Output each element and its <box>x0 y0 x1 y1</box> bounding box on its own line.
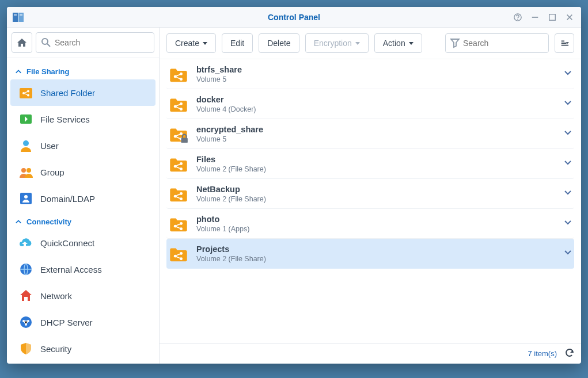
sidebar-search-input[interactable] <box>36 32 154 53</box>
shared-folder-icon <box>169 66 188 82</box>
sidebar-item-label: File Services <box>40 114 90 124</box>
sidebar-section-header[interactable]: Connectivity <box>7 212 159 230</box>
maximize-icon[interactable] <box>544 10 560 24</box>
domain-icon <box>18 191 33 206</box>
sidebar-search <box>36 32 154 53</box>
caret-down-icon <box>409 42 414 45</box>
chevron-down-icon[interactable] <box>564 99 572 109</box>
shared-folder-icon <box>169 186 188 202</box>
reload-button[interactable] <box>565 348 574 360</box>
caret-down-icon <box>355 42 360 45</box>
folder-row[interactable]: encrypted_shareVolume 5 <box>166 119 574 149</box>
globe-icon <box>18 262 33 277</box>
sidebar-item-label: Shared Folder <box>40 88 95 98</box>
shared-folder-icon <box>169 246 188 262</box>
sidebar-item-network[interactable]: Network <box>10 282 155 309</box>
folder-subtitle: Volume 2 (File Share) <box>196 165 556 173</box>
toolbar-search <box>445 33 549 53</box>
sidebar-item-label: User <box>40 141 59 151</box>
chevron-down-icon[interactable] <box>564 189 572 199</box>
sidebar-item-group[interactable]: Group <box>10 159 155 185</box>
main-area: Create Edit Delete Encryption Action btr… <box>160 28 581 364</box>
edit-button[interactable]: Edit <box>222 33 253 53</box>
folder-name: NetBackup <box>196 185 556 194</box>
toolbar: Create Edit Delete Encryption Action <box>160 28 581 59</box>
folder-subtitle: Volume 2 (File Share) <box>196 195 556 203</box>
user-icon <box>18 138 33 153</box>
sidebar-item-domain-ldap[interactable]: Domain/LDAP <box>10 185 155 212</box>
folder-name: btrfs_share <box>196 65 556 74</box>
folder-list: btrfs_shareVolume 5dockerVolume 4 (Docke… <box>160 59 581 343</box>
folder-subtitle: Volume 2 (File Share) <box>196 255 556 263</box>
folder-row[interactable]: dockerVolume 4 (Docker) <box>166 89 574 119</box>
sidebar: File SharingShared FolderFile ServicesUs… <box>7 28 160 364</box>
help-icon[interactable] <box>510 10 526 24</box>
shared-folder-icon <box>169 156 188 172</box>
minimize-icon[interactable] <box>527 10 543 24</box>
folder-row[interactable]: FilesVolume 2 (File Share) <box>166 149 574 179</box>
sidebar-section-header[interactable]: File Sharing <box>7 62 159 79</box>
folder-subtitle: Volume 5 <box>196 135 556 143</box>
sidebar-item-shared-folder[interactable]: Shared Folder <box>10 79 155 106</box>
dhcp-icon <box>18 315 33 330</box>
sidebar-item-label: Security <box>40 344 71 354</box>
chevron-down-icon[interactable] <box>564 69 572 79</box>
share-folder-icon <box>18 85 33 100</box>
sidebar-item-dhcp-server[interactable]: DHCP Server <box>10 309 155 335</box>
home-button[interactable] <box>12 32 32 53</box>
shared-folder-icon <box>169 216 188 232</box>
cloud-icon <box>18 235 33 250</box>
network-icon <box>18 288 33 303</box>
folder-subtitle: Volume 1 (Apps) <box>196 225 556 233</box>
encryption-button[interactable]: Encryption <box>305 33 369 53</box>
sidebar-item-user[interactable]: User <box>10 132 155 159</box>
group-icon <box>18 165 33 180</box>
window-title: Control Panel <box>7 13 581 22</box>
folder-row[interactable]: photoVolume 1 (Apps) <box>166 209 574 239</box>
statusbar: 7 item(s) <box>160 343 581 364</box>
chevron-down-icon[interactable] <box>564 129 572 139</box>
folder-subtitle: Volume 5 <box>196 75 556 83</box>
chevron-down-icon[interactable] <box>564 249 572 259</box>
folder-row[interactable]: btrfs_shareVolume 5 <box>166 59 574 89</box>
sidebar-item-quickconnect[interactable]: QuickConnect <box>10 230 155 256</box>
folder-name: photo <box>196 215 556 224</box>
item-count: 7 item(s) <box>528 349 557 358</box>
control-panel-window: Control Panel File SharingShared FolderF… <box>7 7 581 364</box>
sidebar-item-label: DHCP Server <box>40 318 93 327</box>
folder-subtitle: Volume 4 (Docker) <box>196 105 556 113</box>
shield-icon <box>18 341 33 356</box>
sidebar-item-label: Group <box>40 167 65 177</box>
search-icon <box>41 37 51 48</box>
sort-button[interactable] <box>555 33 574 53</box>
action-button[interactable]: Action <box>374 33 422 53</box>
sidebar-item-label: QuickConnect <box>40 238 94 248</box>
titlebar: Control Panel <box>7 7 581 28</box>
sidebar-item-file-services[interactable]: File Services <box>10 106 155 132</box>
sidebar-item-external-access[interactable]: External Access <box>10 256 155 282</box>
folder-name: Files <box>196 155 556 164</box>
sidebar-item-security[interactable]: Security <box>10 335 155 362</box>
sidebar-item-label: Network <box>40 291 72 301</box>
sidebar-item-label: Domain/LDAP <box>40 194 95 204</box>
folder-name: docker <box>196 95 556 104</box>
sidebar-item-label: External Access <box>40 265 102 274</box>
chevron-down-icon[interactable] <box>564 159 572 169</box>
caret-down-icon <box>203 42 207 45</box>
funnel-icon <box>450 38 460 48</box>
folder-row[interactable]: ProjectsVolume 2 (File Share) <box>166 239 574 269</box>
chevron-up-icon <box>15 68 22 75</box>
close-icon[interactable] <box>562 10 578 24</box>
toolbar-search-input[interactable] <box>445 33 549 53</box>
folder-name: encrypted_share <box>196 125 556 134</box>
folder-name: Projects <box>196 245 556 254</box>
chevron-down-icon[interactable] <box>564 219 572 229</box>
file-services-icon <box>18 112 33 127</box>
folder-row[interactable]: NetBackupVolume 2 (File Share) <box>166 179 574 209</box>
delete-button[interactable]: Delete <box>259 33 299 53</box>
create-button[interactable]: Create <box>166 33 216 53</box>
app-icon <box>13 12 24 23</box>
shared-folder-icon <box>169 96 188 112</box>
encrypted-folder-icon <box>169 126 188 142</box>
chevron-up-icon <box>15 219 22 226</box>
